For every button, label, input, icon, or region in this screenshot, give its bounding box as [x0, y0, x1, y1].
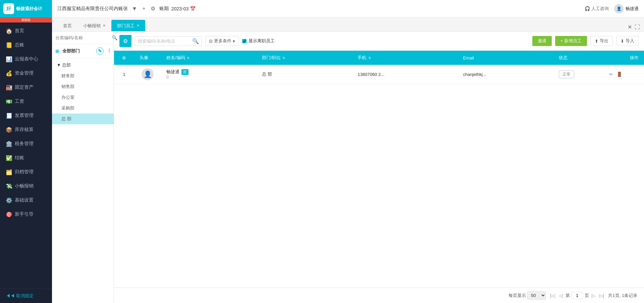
sidebar-item-inventory[interactable]: 📦 库存核算 — [0, 123, 52, 137]
dept-grid-icon: ⊞ — [55, 49, 59, 54]
unpin-button[interactable]: ◀◀ 取消固定 — [0, 289, 52, 303]
page-navigation: |◁ ◁ 第 页 ▷ ▷| — [549, 292, 605, 299]
search-input[interactable] — [138, 39, 190, 44]
dept-search-bar: 🔍 — [52, 32, 114, 44]
dept-node-purchase[interactable]: 采购部 — [52, 103, 114, 114]
invite-button[interactable]: 邀请 — [532, 36, 552, 46]
inventory-icon: 📦 — [6, 127, 12, 133]
service-label: 人工咨询 — [591, 6, 609, 12]
employee-table: ⚙ 头像 姓名/编码 ⇅ 部门/职位 ⇅ 手机 ⇅ Email 状态 操作 1 — [114, 51, 644, 288]
cell-email: chanjethkj... — [458, 65, 553, 84]
sidebar-item-close[interactable]: ✅ 结账 — [0, 151, 52, 165]
ledger-icon: 📒 — [6, 42, 12, 48]
last-page-button[interactable]: ▷| — [598, 292, 606, 299]
edit-button[interactable]: ✏ — [609, 72, 613, 77]
user-info[interactable]: 👤 畅捷通 — [614, 4, 639, 13]
sidebar-item-archive[interactable]: 🗂️ 归档管理 — [0, 165, 52, 179]
tab-close-button[interactable]: ✕ — [628, 25, 632, 30]
col-index: ⚙ — [114, 51, 134, 65]
dept-node-sales[interactable]: 销售部 — [52, 81, 114, 92]
sidebar-item-funds[interactable]: 💰 资金管理 — [0, 66, 52, 80]
page-size-selector: 每页显示 50 100 200 — [508, 291, 546, 300]
toolbar: ⚙ 🔍 ⊟ 更多条件 ▾ 显示离职员工 邀请 + 新增员工 — [114, 32, 644, 51]
col-name[interactable]: 姓名/编码 ⇅ — [161, 51, 257, 65]
dept-panel: 🔍 ⊞ 全部部门 ✎ 《 ▼ 总部 财务部 销售部 办公室 采购部 总 部 — [52, 32, 114, 303]
page-label: 第 — [566, 293, 570, 299]
toolbar-right: 邀请 + 新增员工 ⬆ 导出 ⬇ 导入 — [532, 36, 639, 46]
sidebar-item-reports[interactable]: 📊 云报表中心 — [0, 52, 52, 66]
dept-collapse-button[interactable]: 《 — [106, 48, 110, 54]
main-area: 江西服宝精品有限责任公司内账张 ▼ ＋ ⚙ 账期 2023-03 📅 🎧 人工咨… — [52, 0, 644, 303]
add-dept-button[interactable]: ✎ — [96, 47, 104, 55]
employee-code: 0 — [166, 75, 251, 80]
settings-button[interactable]: ⚙ — [151, 5, 155, 12]
add-company-button[interactable]: ＋ — [141, 5, 147, 12]
guide-icon: 🎯 — [6, 211, 12, 217]
import-label: 导入 — [626, 38, 634, 44]
dept-node-finance[interactable]: 财务部 — [52, 71, 114, 81]
next-page-button[interactable]: ▷ — [590, 292, 597, 299]
import-button[interactable]: ⬇ 导入 — [616, 36, 639, 46]
sidebar-item-invoice[interactable]: 🧾 发票管理 — [0, 109, 52, 123]
service-button[interactable]: 🎧 人工咨询 — [585, 6, 609, 12]
sidebar-item-guide[interactable]: 🎯 新手引导 — [0, 207, 52, 221]
avatar: 👤 — [614, 4, 624, 13]
col-phone[interactable]: 手机 ⇅ — [352, 51, 458, 65]
tab-home[interactable]: 首页 — [57, 20, 77, 31]
period-display: 账期 2023-03 📅 — [159, 6, 196, 12]
prev-page-button[interactable]: ◁ — [558, 292, 564, 299]
add-employee-button[interactable]: + 新增员工 — [555, 36, 587, 46]
sidebar-item-label: 云报表中心 — [15, 56, 38, 62]
settings-icon: ⚙️ — [6, 197, 12, 203]
tab-expense[interactable]: 小畅报销 ✕ — [77, 20, 111, 31]
search-box: 🔍 — [135, 36, 202, 46]
sidebar-item-expense[interactable]: 💸 小畅报销 — [0, 179, 52, 193]
tab-bar-right: ✕ ⛶ — [628, 25, 644, 31]
show-resigned-checkbox[interactable] — [242, 39, 247, 43]
col-dept[interactable]: 部门/职位 ⇅ — [257, 51, 352, 65]
delete-button[interactable]: 🚪 — [616, 72, 622, 77]
cell-phone: 13807060 2... — [352, 65, 458, 84]
dept-node-head[interactable]: ▼ 总部 — [52, 60, 114, 71]
cell-index: 1 — [114, 65, 134, 84]
sidebar-item-settings[interactable]: ⚙️ 基础设置 — [0, 193, 52, 207]
table-settings-button[interactable]: ⚙ — [119, 35, 131, 47]
export-button[interactable]: ⬆ 导出 — [590, 36, 613, 46]
tab-expense-close[interactable]: ✕ — [103, 24, 106, 28]
sidebar-item-tax[interactable]: 🏛️ 税务管理 — [0, 137, 52, 151]
cell-dept: 总 部 — [257, 65, 352, 84]
sidebar-item-label: 基础设置 — [15, 197, 34, 203]
sidebar-item-home[interactable]: 🏠 首页 — [0, 24, 52, 38]
close-accounts-icon: ✅ — [6, 155, 12, 161]
per-page-label: 每页显示 — [508, 293, 526, 299]
filter-button[interactable]: ⊟ 更多条件 ▾ — [205, 36, 239, 46]
add-employee-label: + 新增员工 — [560, 38, 582, 44]
per-page-select[interactable]: 50 100 200 — [527, 291, 546, 300]
import-icon: ⬇ — [621, 39, 624, 44]
app-logo: 好 畅捷通好会计 — [0, 0, 52, 17]
tab-expand-button[interactable]: ⛶ — [635, 25, 640, 30]
company-dropdown-icon[interactable]: ▼ — [132, 6, 137, 12]
pagination: 每页显示 50 100 200 |◁ ◁ 第 页 ▷ ▷| 共1页, 1 — [114, 288, 644, 303]
dept-node-office[interactable]: 办公室 — [52, 92, 114, 103]
page-input[interactable] — [571, 292, 583, 299]
dept-node-general[interactable]: 总 部 — [52, 114, 114, 124]
sidebar-item-label: 结账 — [15, 155, 24, 161]
expense-icon: 💸 — [6, 183, 12, 189]
sidebar-item-assets[interactable]: 🏭 固定资产 — [0, 80, 52, 94]
search-icon[interactable]: 🔍 — [192, 38, 199, 44]
dept-search-input[interactable] — [55, 35, 112, 40]
cell-status: 正常 — [553, 65, 604, 84]
first-page-button[interactable]: |◁ — [549, 292, 556, 299]
sidebar-item-salary[interactable]: 💵 工资 — [0, 94, 52, 109]
table-body: 1 👤 畅捷通 部 0 总 部 — [114, 65, 644, 84]
logo-icon: 好 — [3, 3, 14, 14]
tab-dept-close[interactable]: ✕ — [137, 24, 140, 28]
sidebar-item-label: 总账 — [15, 42, 24, 48]
employee-name-text: 畅捷通 — [166, 69, 179, 75]
sidebar-item-ledger[interactable]: 📒 总账 — [0, 38, 52, 52]
period-label: 账期 — [159, 6, 169, 12]
show-resigned-toggle[interactable]: 显示离职员工 — [242, 38, 275, 44]
calendar-icon[interactable]: 📅 — [190, 6, 196, 11]
tab-dept[interactable]: 部门员工 ✕ — [111, 20, 145, 31]
